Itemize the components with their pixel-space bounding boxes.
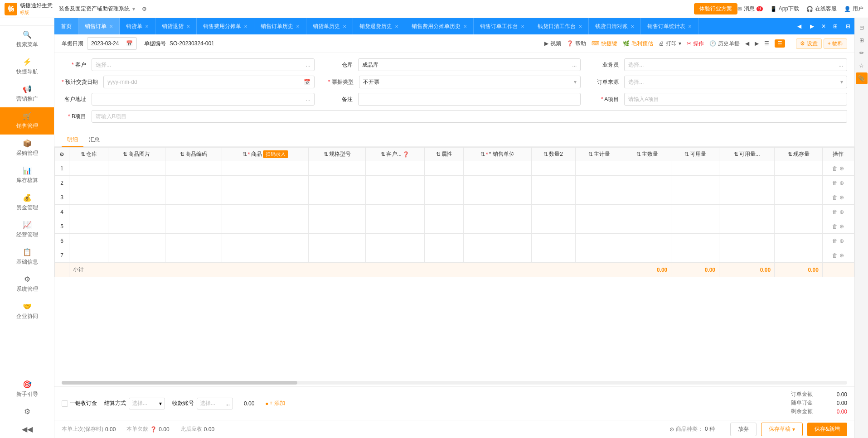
tab-order-stats[interactable]: 销售订单统计表 ✕ <box>641 18 698 34</box>
cell-available[interactable] <box>671 176 719 190</box>
cell-code[interactable] <box>165 248 222 263</box>
copy-row-button[interactable]: ⊕ <box>839 223 844 230</box>
add-payment-button[interactable]: ● + 添加 <box>265 399 285 407</box>
th-product[interactable]: ⇅ * 商品 扫码录入 <box>222 148 309 161</box>
cell-available2[interactable] <box>719 234 775 248</box>
sidebar-item-purchase[interactable]: 📦 采购管理 <box>0 135 54 162</box>
delete-row-button[interactable]: 🗑 <box>832 194 838 201</box>
cell-code[interactable] <box>165 161 222 176</box>
cell-code[interactable] <box>165 176 222 190</box>
cell-main-unit[interactable] <box>575 219 623 234</box>
tab-order-history[interactable]: 销售订单历史 ✕ <box>254 18 306 34</box>
cell-main-qty[interactable] <box>623 190 671 205</box>
user-button[interactable]: 👤 用户 <box>844 5 863 13</box>
cell-image[interactable] <box>108 161 165 176</box>
cell-attrs[interactable] <box>425 190 464 205</box>
cell-qty2[interactable] <box>531 205 575 219</box>
close-icon[interactable]: ✕ <box>463 24 467 29</box>
cell-unit[interactable] <box>464 234 531 248</box>
cell-warehouse[interactable] <box>69 219 108 234</box>
cell-code[interactable] <box>165 190 222 205</box>
list-view-button[interactable]: ☰ <box>764 40 769 47</box>
print-button[interactable]: 🖨 打印 ▾ <box>659 40 681 48</box>
salesperson-input[interactable]: 选择... ... <box>624 58 847 71</box>
delete-row-button[interactable]: 🗑 <box>832 165 838 172</box>
cell-main-qty[interactable] <box>623 248 671 263</box>
cell-main-qty[interactable] <box>623 205 671 219</box>
cell-available[interactable] <box>671 234 719 248</box>
tab-prev-button[interactable]: ◀ <box>793 18 805 34</box>
cell-main-unit[interactable] <box>575 190 623 205</box>
cell-unit[interactable] <box>464 176 531 190</box>
cell-main-qty[interactable] <box>623 161 671 176</box>
cell-unit[interactable] <box>464 161 531 176</box>
delete-row-button[interactable]: 🗑 <box>832 223 838 230</box>
cell-spec[interactable] <box>309 248 365 263</box>
copy-row-button[interactable]: ⊕ <box>839 209 844 215</box>
a-project-input[interactable]: 请输入A项目 <box>624 93 847 106</box>
th-unit[interactable]: ⇅* * 销售单位 <box>464 148 531 161</box>
cell-product[interactable] <box>222 219 309 234</box>
tab-expense-history[interactable]: 销售费用分摊单历史 ✕ <box>405 18 474 34</box>
cell-available2[interactable] <box>719 248 775 263</box>
th-qty2[interactable]: ⇅数量2 <box>531 148 575 161</box>
cell-qty2[interactable] <box>531 234 575 248</box>
tab-more-button[interactable]: ✕ <box>818 18 829 34</box>
delete-row-button[interactable]: 🗑 <box>832 252 838 259</box>
copy-row-button[interactable]: ⊕ <box>839 165 844 172</box>
tab-grid-button[interactable]: ⊞ <box>829 18 842 34</box>
sidebar-item-finance[interactable]: 💰 资金管理 <box>0 189 54 216</box>
copy-row-button[interactable]: ⊕ <box>839 238 844 244</box>
close-icon[interactable]: ✕ <box>688 24 692 29</box>
cell-unit[interactable] <box>464 205 531 219</box>
operation-button[interactable]: ✂ 操作 <box>687 40 704 48</box>
history-button[interactable]: 🕐 历史单据 <box>709 40 740 48</box>
cell-unit[interactable] <box>464 219 531 234</box>
save-draft-button[interactable]: 保存草稿 ▾ <box>761 423 803 436</box>
th-main-unit[interactable]: ⇅主计量 <box>575 148 623 161</box>
cell-code[interactable] <box>165 219 222 234</box>
cell-available[interactable] <box>671 219 719 234</box>
warehouse-input[interactable]: 成品库 ... <box>358 58 581 71</box>
th-available[interactable]: ⇅可用量 <box>671 148 719 161</box>
th-main-qty[interactable]: ⇅主数量 <box>623 148 671 161</box>
cell-customer-code[interactable] <box>365 190 424 205</box>
b-project-input[interactable]: 请输入B项目 <box>92 110 847 123</box>
cell-warehouse[interactable] <box>69 248 108 263</box>
close-icon[interactable]: ✕ <box>578 24 582 29</box>
th-code[interactable]: ⇅商品编码 <box>165 148 222 161</box>
cell-product[interactable] <box>222 234 309 248</box>
delivery-date-input[interactable]: yyyy-mm-dd 📅 <box>103 76 315 88</box>
delete-row-button[interactable]: 🗑 <box>832 209 838 215</box>
scan-button[interactable]: 扫码录入 <box>263 150 288 158</box>
tab-home[interactable]: 首页 <box>54 18 78 34</box>
cell-product[interactable] <box>222 176 309 190</box>
cell-image[interactable] <box>108 190 165 205</box>
cell-customer-code[interactable] <box>365 205 424 219</box>
rs-btn-1[interactable]: ⊟ <box>856 22 868 34</box>
add-material-button[interactable]: + 物料 <box>824 39 847 49</box>
sidebar-item-search[interactable]: 🔍 搜索菜单 <box>0 26 54 53</box>
cell-unit[interactable] <box>464 248 531 263</box>
customer-addr-input[interactable]: ... <box>92 93 315 106</box>
account-select[interactable]: 选择... ... <box>197 398 233 409</box>
th-available2[interactable]: ⇅可用量... <box>719 148 775 161</box>
discard-button[interactable]: 放弃 <box>730 423 756 436</box>
sidebar-item-basic-info[interactable]: 📋 基础信息 <box>0 243 54 270</box>
th-setting[interactable]: ⚙ <box>55 148 69 161</box>
cell-customer-code[interactable] <box>365 176 424 190</box>
close-icon[interactable]: ✕ <box>145 24 149 29</box>
cell-attrs[interactable] <box>425 161 464 176</box>
cell-spec[interactable] <box>309 190 365 205</box>
profit-button[interactable]: 🌿 毛利预估 <box>623 40 653 48</box>
cell-image[interactable] <box>108 176 165 190</box>
copy-row-button[interactable]: ⊕ <box>839 180 844 186</box>
delete-row-button[interactable]: 🗑 <box>832 180 838 186</box>
checkbox-icon[interactable] <box>62 400 68 407</box>
rs-btn-5[interactable]: 📎 <box>856 72 868 84</box>
cell-main-unit[interactable] <box>575 176 623 190</box>
cell-spec[interactable] <box>309 161 365 176</box>
order-source-select[interactable]: 选择... ▾ <box>624 76 847 88</box>
cell-product[interactable] <box>222 205 309 219</box>
cell-spec[interactable] <box>309 205 365 219</box>
